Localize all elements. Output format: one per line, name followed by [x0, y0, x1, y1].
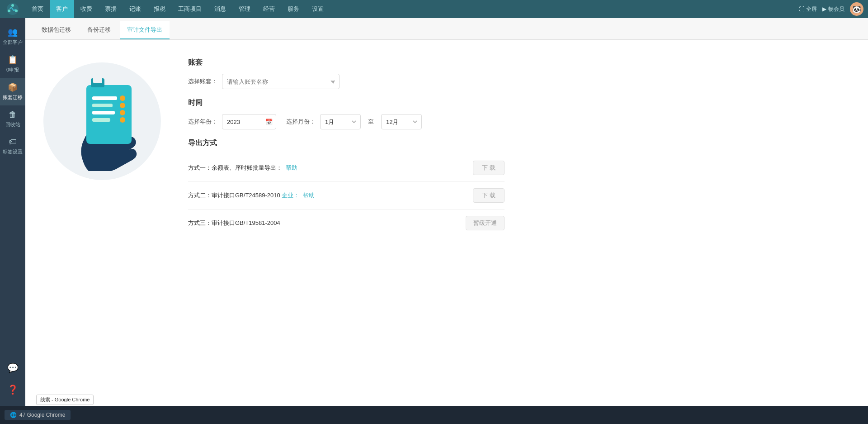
- hint-text: 线索 - Google Chrome: [40, 397, 90, 402]
- svg-rect-9: [92, 111, 115, 114]
- vip-icon: ▶: [822, 6, 826, 12]
- fullscreen-button[interactable]: ⛶ 全屏: [799, 5, 817, 13]
- svg-point-3: [15, 10, 18, 12]
- export-method-1: 方式一：余额表、序时账批量导出： 帮助 下 载: [188, 154, 505, 182]
- top-navigation: 首页 客户 收费 票据 记账 报税 工商项目 消息 管理 经营 服务 设置 ⛶ …: [0, 0, 868, 18]
- taskbar-chrome-label: 47 Google Chrome: [19, 412, 65, 418]
- to-label: 至: [368, 118, 374, 126]
- month-label: 选择月份：: [286, 118, 316, 126]
- month-start-select[interactable]: 1月2月3月4月 5月6月7月8月 9月10月11月12月: [320, 114, 361, 129]
- chat-icon[interactable]: 💬: [4, 359, 22, 377]
- svg-point-14: [120, 117, 125, 123]
- method1-help-link[interactable]: 帮助: [286, 164, 297, 171]
- time-row: 选择年份： 📅 选择月份： 1月2月3月4月 5月6月7月8月 9月10月11月…: [188, 114, 505, 129]
- tab-audit-export[interactable]: 审计文件导出: [120, 21, 170, 39]
- svg-rect-7: [92, 96, 117, 100]
- all-customers-icon: 👥: [8, 27, 18, 37]
- method2-enterprise-tag: 企业：: [282, 192, 299, 199]
- svg-point-11: [120, 95, 125, 101]
- nav-items: 首页 客户 收费 票据 记账 报税 工商项目 消息 管理 经营 服务 设置: [25, 0, 799, 18]
- method3-label: 方式三：审计接口GB/T19581-2004: [188, 219, 280, 227]
- vip-label: 畅会员: [828, 5, 844, 13]
- nav-service[interactable]: 服务: [281, 0, 306, 18]
- nav-invoice[interactable]: 票据: [99, 0, 123, 18]
- sidebar-item-label-migration: 账套迁移: [3, 94, 23, 101]
- avatar[interactable]: 🐼: [850, 2, 863, 16]
- account-row: 选择账套： ▾: [188, 74, 505, 89]
- section-title-time: 时间: [188, 98, 505, 108]
- method1-download-button[interactable]: 下 载: [473, 161, 505, 175]
- sidebar-item-account-migration[interactable]: 📦 账套迁移: [0, 78, 25, 105]
- nav-customer[interactable]: 客户: [50, 0, 74, 18]
- svg-rect-6: [93, 76, 102, 83]
- export-method-3: 方式三：审计接口GB/T19581-2004 暂缓开通: [188, 210, 505, 237]
- illustration-area: [43, 53, 161, 392]
- sidebar-item-label-zero: 0申报: [6, 67, 19, 73]
- year-input-wrapper: 📅: [222, 114, 276, 129]
- illustration-circle: [43, 62, 161, 180]
- sidebar-item-label-tag: 标签设置: [3, 148, 23, 155]
- sidebar-item-label-customers: 全部客户: [3, 39, 23, 46]
- tabs-bar: 数据包迁移 备份迁移 审计文件导出: [25, 18, 868, 40]
- app-logo[interactable]: [5, 1, 21, 17]
- nav-home[interactable]: 首页: [25, 0, 50, 18]
- form-area: 账套 选择账套： ▾ 时间 选择年份： 📅 选择月份：: [188, 53, 505, 392]
- taskbar: 🌐 47 Google Chrome: [0, 406, 868, 424]
- zero-report-icon: 📋: [8, 55, 18, 65]
- method2-download-button[interactable]: 下 载: [473, 188, 505, 203]
- tag-settings-icon: 🏷: [9, 137, 17, 147]
- main-layout: 👥 全部客户 📋 0申报 📦 账套迁移 🗑 回收站 🏷 标签设置 💬 ❓ 数据包…: [0, 18, 868, 406]
- svg-point-2: [8, 10, 10, 12]
- svg-point-12: [120, 103, 125, 108]
- nav-tax[interactable]: 报税: [147, 0, 172, 18]
- nav-bookkeeping[interactable]: 记账: [123, 0, 147, 18]
- fullscreen-icon: ⛶: [799, 6, 804, 12]
- section-title-export: 导出方式: [188, 138, 505, 148]
- tab-data-migration[interactable]: 数据包迁移: [34, 21, 78, 39]
- recycle-icon: 🗑: [9, 110, 17, 119]
- sidebar-item-recycle[interactable]: 🗑 回收站: [0, 105, 25, 133]
- svg-point-13: [120, 110, 125, 115]
- sidebar-item-all-customers[interactable]: 👥 全部客户: [0, 23, 25, 50]
- nav-settings[interactable]: 设置: [306, 0, 330, 18]
- sidebar-item-label-recycle: 回收站: [5, 121, 20, 128]
- top-nav-right: ⛶ 全屏 ▶ 畅会员 🐼: [799, 2, 863, 16]
- year-label: 选择年份：: [188, 118, 217, 126]
- method2-label: 方式二：审计接口GB/T24589-2010 企业： 帮助: [188, 191, 315, 200]
- vip-button[interactable]: ▶ 畅会员: [822, 5, 844, 13]
- nav-business2[interactable]: 经营: [257, 0, 281, 18]
- help-icon[interactable]: ❓: [4, 381, 22, 399]
- sidebar: 👥 全部客户 📋 0申报 📦 账套迁移 🗑 回收站 🏷 标签设置 💬 ❓: [0, 18, 25, 406]
- account-label: 选择账套：: [188, 77, 217, 86]
- fullscreen-label: 全屏: [806, 5, 817, 13]
- svg-point-1: [11, 4, 14, 7]
- content-area: 数据包迁移 备份迁移 审计文件导出: [25, 18, 868, 406]
- sidebar-item-tag-settings[interactable]: 🏷 标签设置: [0, 133, 25, 160]
- calendar-icon: 📅: [265, 119, 273, 125]
- month-end-select[interactable]: 1月2月3月4月 5月6月7月8月 9月10月11月12月: [381, 114, 422, 129]
- account-migration-icon: 📦: [8, 82, 18, 92]
- nav-message[interactable]: 消息: [208, 0, 232, 18]
- statusbar-hint: 线索 - Google Chrome: [36, 395, 94, 405]
- method3-vip-button[interactable]: 暂缓开通: [466, 216, 505, 230]
- chrome-icon: 🌐: [10, 412, 17, 418]
- tab-backup-migration[interactable]: 备份迁移: [80, 21, 118, 39]
- nav-business[interactable]: 工商项目: [172, 0, 208, 18]
- export-method-2: 方式二：审计接口GB/T24589-2010 企业： 帮助 下 载: [188, 182, 505, 210]
- section-title-account: 账套: [188, 58, 505, 67]
- method1-label: 方式一：余额表、序时账批量导出： 帮助: [188, 164, 297, 172]
- nav-fee[interactable]: 收费: [74, 0, 99, 18]
- nav-manage[interactable]: 管理: [232, 0, 257, 18]
- page-content: 账套 选择账套： ▾ 时间 选择年份： 📅 选择月份：: [25, 40, 868, 406]
- method2-help-link[interactable]: 帮助: [303, 192, 315, 199]
- sidebar-item-zero-report[interactable]: 📋 0申报: [0, 50, 25, 78]
- svg-rect-8: [92, 104, 113, 107]
- sidebar-bottom: 💬 ❓: [4, 359, 22, 406]
- svg-rect-10: [92, 118, 110, 122]
- taskbar-chrome[interactable]: 🌐 47 Google Chrome: [5, 410, 71, 420]
- account-input[interactable]: [222, 74, 340, 89]
